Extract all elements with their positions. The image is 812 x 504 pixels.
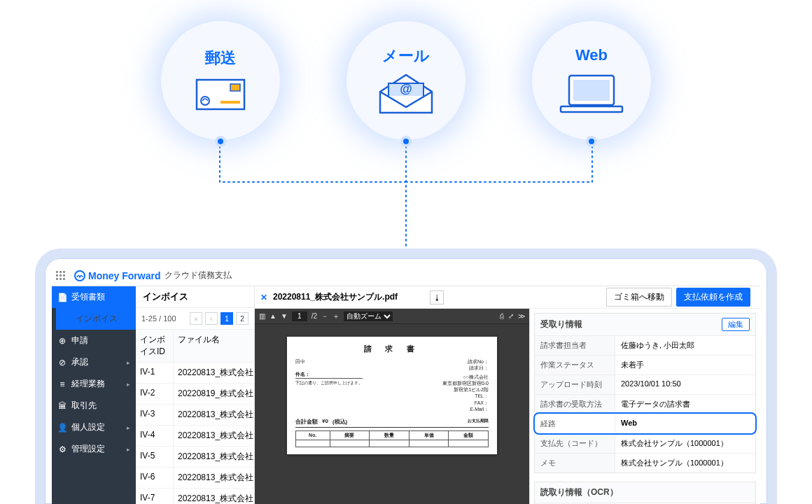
pdf-viewer: ▥ ▲▼ /2 －＋ 自動ズーム ⎙⤢≫ 請 求 書 bbox=[255, 309, 529, 504]
viewer-filename: 20220811_株式会社サンプル.pdf bbox=[273, 291, 424, 303]
sidebar-item-received[interactable]: 📄 受領書類 bbox=[52, 286, 136, 308]
viewer-header: ✕ 20220811_株式会社サンプル.pdf ⭳ ゴミ箱へ移動 支払依頼を作成 bbox=[255, 286, 760, 309]
move-to-trash-button[interactable]: ゴミ箱へ移動 bbox=[606, 288, 672, 307]
pager-page-2[interactable]: 2 bbox=[236, 312, 248, 325]
sidebar-item-admin[interactable]: ⚙ 管理設定 ▸ bbox=[52, 438, 136, 460]
detail-panel: 受取り情報 編集 請求書担当者佐藤ゆうき, 小田太郎作業ステータス未着手アップロ… bbox=[529, 309, 760, 504]
sidebar-item-accounting[interactable]: ≡ 経理業務 ▸ bbox=[52, 373, 136, 395]
list-title: インボイス bbox=[136, 286, 254, 308]
postal-icon bbox=[192, 76, 248, 114]
detail-row: 経路Web bbox=[535, 414, 755, 433]
bank-icon: 🏛 bbox=[57, 401, 67, 411]
pdf-toolbar: ▥ ▲▼ /2 －＋ 自動ズーム ⎙⤢≫ bbox=[255, 309, 529, 324]
edit-button[interactable]: 編集 bbox=[722, 318, 750, 331]
method-email: メール @ bbox=[346, 21, 465, 140]
section-ocr-title: 読取り情報（OCR） bbox=[540, 486, 618, 498]
pager-prev[interactable]: ‹ bbox=[205, 312, 218, 325]
create-payment-button[interactable]: 支払依頼を作成 bbox=[676, 288, 750, 307]
product-name: クラウド債務支払 bbox=[164, 270, 232, 281]
sidebar-item-personal[interactable]: 👤 個人設定 ▸ bbox=[52, 416, 136, 438]
gear-icon: ⚙ bbox=[57, 444, 67, 454]
app-launcher-icon[interactable] bbox=[56, 269, 70, 283]
postal-label: 郵送 bbox=[205, 48, 236, 69]
method-postal: 郵送 bbox=[161, 21, 280, 140]
sidebar-item-clients[interactable]: 🏛 取引先 bbox=[52, 395, 136, 416]
email-icon: @ bbox=[376, 74, 436, 115]
brand-logo: Money Forward bbox=[74, 270, 160, 281]
email-label: メール bbox=[382, 46, 430, 66]
svg-text:@: @ bbox=[400, 82, 412, 96]
check-icon: ⊘ bbox=[57, 358, 67, 368]
sidebar-item-invoice[interactable]: インボイス bbox=[56, 308, 136, 330]
detail-row: アップロード時刻2023/10/01 10:50 bbox=[535, 374, 755, 394]
table-row[interactable]: IV-320220813_株式会社 bbox=[136, 405, 254, 426]
svg-rect-1 bbox=[230, 84, 240, 91]
list-header: インボイスID ファイル名 bbox=[136, 329, 254, 363]
device-frame: Money Forward クラウド債務支払 📄 受領書類 インボイス ⊕ 申請 bbox=[35, 248, 777, 504]
table-row[interactable]: IV-720220813_株式会社 bbox=[136, 489, 254, 504]
sidebar-item-approve[interactable]: ⊘ 承認 ▸ bbox=[52, 351, 136, 373]
detail-row: 支払先（コード）株式会社サンプル（1000001） bbox=[535, 433, 755, 453]
user-icon: 👤 bbox=[57, 423, 67, 433]
download-icon[interactable]: ⭳ bbox=[430, 290, 444, 304]
invoice-page: 請 求 書 田中 件名： 下記の通り、ご請求申し上げます。 請求No： bbox=[287, 337, 497, 454]
table-row[interactable]: IV-620220813_株式会社 bbox=[136, 468, 254, 489]
list-icon: ≡ bbox=[57, 379, 67, 389]
detail-row: 請求書の受取方法電子データの請求書 bbox=[535, 394, 755, 414]
pager-page-1[interactable]: 1 bbox=[220, 312, 233, 325]
page-input[interactable] bbox=[292, 312, 307, 321]
sidebar-item-apply[interactable]: ⊕ 申請 bbox=[52, 330, 136, 351]
svg-point-8 bbox=[75, 271, 85, 281]
sidebar-toggle-icon[interactable]: ▥ bbox=[259, 312, 265, 320]
plus-icon: ⊕ bbox=[57, 336, 67, 346]
sidebar: 📄 受領書類 インボイス ⊕ 申請 ⊘ 承認 ▸ ≡ bbox=[52, 286, 136, 504]
chevron-right-icon: ▸ bbox=[127, 424, 130, 431]
web-label: Web bbox=[575, 46, 608, 64]
table-row[interactable]: IV-520220813_株式会社 bbox=[136, 447, 254, 468]
table-row[interactable]: IV-220220819_株式会社 bbox=[136, 384, 254, 405]
zoom-select[interactable]: 自動ズーム bbox=[344, 312, 393, 321]
doc-icon: 📄 bbox=[57, 293, 67, 302]
pager-count: 1-25 / 100 bbox=[141, 314, 187, 323]
laptop-icon bbox=[558, 71, 625, 115]
chevron-right-icon: ▸ bbox=[127, 381, 130, 388]
detail-row: 請求書担当者佐藤ゆうき, 小田太郎 bbox=[535, 335, 755, 355]
detail-row: 作業ステータス未着手 bbox=[535, 355, 755, 374]
svg-rect-6 bbox=[573, 80, 610, 101]
method-web: Web bbox=[532, 21, 651, 140]
table-row[interactable]: IV-120220813_株式会社 bbox=[136, 363, 254, 384]
close-icon[interactable]: ✕ bbox=[260, 293, 267, 302]
section-receive-title: 受取り情報 bbox=[540, 318, 582, 330]
table-row[interactable]: IV-420220813_株式会社 bbox=[136, 426, 254, 447]
chevron-right-icon: ▸ bbox=[127, 359, 130, 366]
app-header: Money Forward クラウド債務支払 bbox=[52, 265, 760, 286]
pager-first[interactable]: « bbox=[190, 312, 202, 325]
svg-rect-7 bbox=[561, 106, 622, 112]
detail-row: メモ株式会社サンプル（1000001） bbox=[535, 453, 755, 472]
chevron-right-icon: ▸ bbox=[127, 446, 130, 453]
invoice-list-panel: インボイス 1-25 / 100 « ‹ 1 2 インボイスID ファイル名 I… bbox=[136, 286, 255, 504]
